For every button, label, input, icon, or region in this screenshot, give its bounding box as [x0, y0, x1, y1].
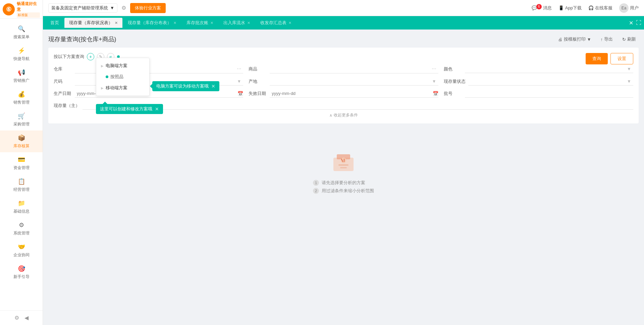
sidebar: ⑥ 畅通道好生意 标准版 🔍 搜索菜单 ⚡ 快捷导航 📢 营销推广 💰 销售管理… — [0, 0, 43, 325]
notification-btn[interactable]: 💬 6 消息 — [532, 5, 552, 11]
empty-steps: 1 请先选择要分析的方案 2 用过滤条件来缩小分析范围 — [313, 180, 374, 194]
scheme-panel-mobile-group[interactable]: ▶ 移动端方案 — [96, 82, 149, 94]
filter-product-dots[interactable]: ··· — [270, 64, 438, 73]
filter-origin-select[interactable]: ▼ — [270, 77, 438, 86]
export-btn[interactable]: ↑ 导出 — [598, 35, 616, 44]
scheme-item-label: 按照品 — [110, 74, 123, 80]
collapse-btn[interactable]: ∧ 收起更多条件 — [329, 112, 358, 118]
tab-maximize-icon[interactable]: ⛶ — [636, 20, 641, 26]
filter-field-product: 商品 ··· — [249, 64, 438, 73]
phone-icon: 📱 — [558, 5, 564, 10]
tab-inventory-status[interactable]: 现存量（库存状况表） ✕ — [64, 18, 122, 28]
tab-inventory-dist-close-icon[interactable]: ✕ — [173, 21, 176, 25]
scheme-panel: ▶ 电脑端方案 按照品 ▶ 移动端方案 — [96, 58, 150, 96]
sidebar-item-inventory[interactable]: 📦 库存核算 — [0, 130, 43, 152]
filter-field-color: 颜色 ▼ — [444, 65, 633, 73]
sidebar-item-quick-nav[interactable]: ⚡ 快捷导航 — [0, 43, 43, 65]
chevron-up-icon: ∧ — [329, 113, 332, 118]
produce-date-calendar-icon[interactable]: 📅 — [237, 91, 243, 96]
expand-arrow2-icon: ▶ — [101, 86, 104, 90]
tab-home-label: 首页 — [50, 20, 59, 26]
size-select-arrow-icon: ▼ — [237, 79, 241, 84]
origin-select-arrow-icon: ▼ — [432, 79, 436, 84]
print-dropdown-icon: ▼ — [587, 37, 591, 42]
sidebar-item-basics[interactable]: 📁 基础信息 — [0, 196, 43, 218]
print-btn[interactable]: 🖨 按模板打印 ▼ — [555, 35, 594, 44]
scheme-panel-pc-label: 电脑端方案 — [106, 63, 127, 69]
filter-color-select[interactable]: ▼ — [465, 65, 633, 73]
top-header: 装备及固定资产辅助管理系统 ▼ ⚙ 体验行业方案 💬 6 消息 📱 App下载 … — [43, 0, 644, 16]
status-select-arrow-icon: ▼ — [627, 79, 631, 84]
step-num-2: 2 — [313, 188, 319, 194]
step-num-1: 1 — [313, 180, 319, 186]
refresh-btn[interactable]: ↻ 刷新 — [620, 35, 639, 44]
tab-close-all-icon[interactable]: ✕ — [629, 20, 633, 26]
tab-batch-ledger-close-icon[interactable]: ✕ — [210, 21, 213, 25]
collapse-sidebar-icon[interactable]: ◀ — [24, 315, 29, 321]
page-content: 现存量查询(按仓库+商品) 🖨 按模板打印 ▼ ↑ 导出 ↻ 刷新 — [43, 30, 644, 325]
settings-gear-icon[interactable]: ⚙ — [121, 5, 126, 11]
tab-inventory-status-close-icon[interactable]: ✕ — [115, 21, 118, 25]
filter-field-batch: 批号 — [444, 90, 633, 98]
sidebar-item-guide[interactable]: 🎯 新手引导 — [0, 261, 43, 283]
sidebar-item-finance[interactable]: 💳 资金管理 — [0, 152, 43, 174]
tab-receive-summary[interactable]: 收发存汇总表 ✕ — [256, 18, 296, 28]
reset-btn[interactable]: 设置 — [610, 53, 633, 64]
tab-inventory-dist[interactable]: 现存量（库存分布表） ✕ — [123, 18, 181, 28]
scheme-panel-pc-group[interactable]: ▶ 电脑端方案 — [96, 60, 149, 71]
tooltip-pc: 电脑方案可设为移动方案哦 ✕ — [152, 81, 219, 91]
tab-receive-summary-label: 收发存汇总表 — [260, 20, 286, 26]
filter-area: 按以下方案查询 + ✎ « ▶ 电脑端方案 按照品 ▶ 移动 — [48, 48, 639, 123]
color-select-arrow-icon: ▼ — [627, 66, 631, 71]
sidebar-bottom: ⚙ ◀ — [0, 310, 43, 325]
system-selector[interactable]: 装备及固定资产辅助管理系统 ▼ — [48, 3, 117, 13]
logo-text: 畅通道好生意 标准版 — [17, 1, 40, 18]
empty-illustration — [327, 148, 360, 174]
user-profile[interactable]: Ea 用户 — [619, 3, 639, 13]
empty-step-2: 2 用过滤条件来缩小分析范围 — [313, 188, 374, 194]
sidebar-item-system[interactable]: ⚙ 系统管理 — [0, 218, 43, 239]
headset-icon: 🎧 — [588, 5, 594, 10]
filter-field-status: 现存量状态 ▼ — [444, 77, 633, 86]
query-btn[interactable]: 查询 — [586, 53, 608, 64]
sidebar-item-purchase[interactable]: 🛒 采购管理 — [0, 109, 43, 130]
warehouse-dots-icon: ··· — [237, 66, 241, 72]
settings-bottom-icon[interactable]: ⚙ — [14, 315, 19, 321]
logo-icon: ⑥ — [3, 3, 15, 15]
tooltip-scheme-close-icon[interactable]: ✕ — [155, 106, 159, 112]
system-icon: ⚙ — [17, 221, 25, 229]
sidebar-item-operations[interactable]: 📋 经营管理 — [0, 174, 43, 196]
filter-inventory-range[interactable]: — — [83, 102, 633, 110]
expire-date-calendar-icon[interactable]: 📅 — [433, 91, 438, 96]
purchase-icon: 🛒 — [17, 112, 25, 120]
filter-field-expire-date: 失效日期 📅 — [249, 90, 438, 98]
sidebar-item-sales[interactable]: 💰 销售管理 — [0, 87, 43, 109]
sidebar-item-marketing[interactable]: 📢 营销推广 — [0, 65, 43, 87]
filter-add-btn[interactable]: + — [87, 53, 94, 60]
search-menu-icon: 🔍 — [17, 25, 25, 33]
tooltip-pc-close-icon[interactable]: ✕ — [211, 84, 215, 89]
tab-in-out-flow-close-icon[interactable]: ✕ — [247, 21, 250, 25]
guide-icon: 🎯 — [17, 265, 25, 273]
export-icon: ↑ — [601, 37, 603, 42]
expire-date-field[interactable] — [270, 90, 432, 97]
tab-in-out-flow[interactable]: 出入库流水 ✕ — [219, 18, 255, 28]
filter-expire-date-input[interactable]: 📅 — [270, 90, 438, 98]
inventory-icon: 📦 — [17, 134, 25, 142]
scheme-panel-pc-item[interactable]: 按照品 — [96, 71, 149, 82]
operations-icon: 📋 — [17, 177, 25, 185]
sidebar-item-search-menu[interactable]: 🔍 搜索菜单 — [0, 21, 43, 43]
tab-receive-summary-close-icon[interactable]: ✕ — [288, 21, 291, 25]
industry-btn[interactable]: 体验行业方案 — [130, 3, 166, 13]
batch-input[interactable] — [465, 90, 633, 98]
filter-status-select[interactable]: ▼ — [468, 77, 633, 86]
app-download-btn[interactable]: 📱 App下载 — [558, 5, 582, 11]
product-dots-icon: ··· — [432, 66, 436, 72]
sidebar-item-enterprise[interactable]: 🤝 企业协同 — [0, 239, 43, 261]
dropdown-arrow-icon: ▼ — [110, 5, 114, 10]
tab-batch-ledger[interactable]: 库存批次账 ✕ — [182, 18, 218, 28]
tab-home[interactable]: 首页 — [46, 18, 64, 28]
tab-bar: 首页 现存量（库存状况表） ✕ 现存量（库存分布表） ✕ 库存批次账 ✕ 出入库… — [43, 16, 644, 30]
online-service-btn[interactable]: 🎧 在线客服 — [588, 5, 612, 11]
expand-arrow-icon: ▶ — [101, 64, 104, 68]
